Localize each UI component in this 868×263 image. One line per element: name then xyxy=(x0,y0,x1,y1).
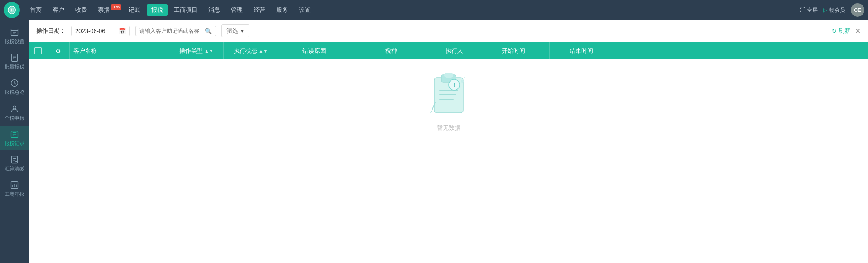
date-picker[interactable]: 📅 xyxy=(71,26,130,36)
sidebar: 报税设置 批量报税 报税总览 个税申报 报税记录 xyxy=(0,20,29,263)
personal-tax-icon xyxy=(10,104,19,114)
sidebar-label-annual-report: 工商年报 xyxy=(5,191,24,197)
batch-tax-icon xyxy=(10,53,19,63)
th-operation-type[interactable]: 操作类型 ▲▼ xyxy=(169,42,224,59)
main-layout: 报税设置 批量报税 报税总览 个税申报 报税记录 xyxy=(0,20,868,263)
sort-icon-status: ▲▼ xyxy=(259,49,268,54)
filter-button[interactable]: 筛选 ▼ xyxy=(221,24,249,37)
date-label: 操作日期： xyxy=(36,27,66,35)
svg-marker-26 xyxy=(430,112,433,113)
fullscreen-btn[interactable]: ⛶ 全屏 xyxy=(800,6,818,14)
table-body: ! 暂无数据 xyxy=(29,59,868,263)
header-checkbox[interactable] xyxy=(34,47,42,54)
nav-item-collection[interactable]: 收费 xyxy=(71,4,91,16)
sidebar-item-tax-record[interactable]: 报税记录 xyxy=(0,126,29,150)
tax-settings-icon xyxy=(10,27,19,37)
nav-items: 首页 客户 收费 票据 new 记账 报税 工商项目 消息 管理 经营 服务 设… xyxy=(25,4,800,16)
empty-text: 暂无数据 xyxy=(437,124,460,132)
avatar[interactable]: CE xyxy=(851,3,864,17)
logo[interactable] xyxy=(4,2,20,18)
nav-item-management[interactable]: 管理 xyxy=(226,4,247,16)
empty-illustration: ! xyxy=(426,68,471,118)
svg-point-27 xyxy=(461,80,464,83)
sidebar-label-batch-tax: 批量报税 xyxy=(5,64,24,70)
settlement-icon xyxy=(10,155,19,165)
search-icon[interactable]: 🔍 xyxy=(205,28,212,34)
top-navigation: 首页 客户 收费 票据 new 记账 报税 工商项目 消息 管理 经营 服务 设… xyxy=(0,0,868,20)
vip-icon: ▷ xyxy=(823,7,827,13)
table-header: ⚙ 客户名称 操作类型 ▲▼ 执行状态 ▲▼ 错误原因 税种 xyxy=(29,42,868,59)
tax-overview-icon xyxy=(10,78,19,88)
toolbar-right: ↻ 刷新 ✕ xyxy=(832,27,861,35)
sort-icon-operation: ▲▼ xyxy=(205,49,214,54)
sidebar-label-tax-record: 报税记录 xyxy=(5,141,24,146)
vip-btn[interactable]: ▷ 畅会员 xyxy=(823,6,845,14)
empty-state: ! 暂无数据 xyxy=(29,59,868,141)
refresh-icon: ↻ xyxy=(832,28,837,34)
th-executor: 执行人 xyxy=(432,42,477,59)
annual-report-icon xyxy=(10,180,19,190)
column-settings-icon[interactable]: ⚙ xyxy=(55,47,61,54)
nav-item-message[interactable]: 消息 xyxy=(204,4,225,16)
nav-item-settings[interactable]: 设置 xyxy=(294,4,315,16)
fullscreen-icon: ⛶ xyxy=(800,7,805,13)
sidebar-label-tax-overview: 报税总览 xyxy=(5,89,24,95)
th-end-time: 结束时间 xyxy=(550,42,613,59)
svg-rect-19 xyxy=(444,73,453,78)
nav-item-taxreport[interactable]: 报税 xyxy=(147,4,168,16)
sidebar-label-tax-settings: 报税设置 xyxy=(5,39,24,44)
nav-item-customer[interactable]: 客户 xyxy=(48,4,69,16)
sidebar-item-tax-settings[interactable]: 报税设置 xyxy=(0,24,29,48)
calendar-icon: 📅 xyxy=(119,28,126,34)
sidebar-item-batch-tax[interactable]: 批量报税 xyxy=(0,49,29,73)
nav-item-operation[interactable]: 经营 xyxy=(249,4,270,16)
sidebar-label-personal-tax: 个税申报 xyxy=(5,115,24,121)
th-tax-type: 税种 xyxy=(350,42,432,59)
th-exec-status[interactable]: 执行状态 ▲▼ xyxy=(224,42,278,59)
svg-point-28 xyxy=(464,77,465,78)
table-container: ⚙ 客户名称 操作类型 ▲▼ 执行状态 ▲▼ 错误原因 税种 xyxy=(29,42,868,263)
search-input[interactable] xyxy=(139,28,203,34)
sidebar-item-annual-report[interactable]: 工商年报 xyxy=(0,176,29,201)
toolbar: 操作日期： 📅 🔍 筛选 ▼ ↻ 刷新 ✕ xyxy=(29,20,868,42)
new-badge: new xyxy=(111,4,121,10)
th-error-reason: 错误原因 xyxy=(278,42,350,59)
search-box: 🔍 xyxy=(135,26,216,36)
nav-item-bizproject[interactable]: 工商项目 xyxy=(169,4,202,16)
sidebar-item-personal-tax[interactable]: 个税申报 xyxy=(0,100,29,125)
nav-item-bookkeeping[interactable]: 记账 xyxy=(124,4,145,16)
th-checkbox[interactable] xyxy=(29,42,47,59)
date-input[interactable] xyxy=(75,28,116,34)
close-button[interactable]: ✕ xyxy=(855,27,861,35)
content-area: 操作日期： 📅 🔍 筛选 ▼ ↻ 刷新 ✕ xyxy=(29,20,868,263)
svg-text:!: ! xyxy=(453,81,455,88)
sidebar-item-settlement[interactable]: 汇算清缴 xyxy=(0,151,29,175)
th-start-time: 开始时间 xyxy=(477,42,550,59)
chevron-down-icon: ▼ xyxy=(240,29,245,34)
filter-label: 筛选 xyxy=(226,27,238,35)
nav-item-home[interactable]: 首页 xyxy=(25,4,46,16)
sidebar-label-settlement: 汇算清缴 xyxy=(5,166,24,172)
sidebar-item-tax-overview[interactable]: 报税总览 xyxy=(0,74,29,99)
nav-item-service[interactable]: 服务 xyxy=(272,4,293,16)
svg-point-10 xyxy=(13,106,16,109)
refresh-button[interactable]: ↻ 刷新 xyxy=(832,27,850,35)
nav-item-invoice[interactable]: 票据 new xyxy=(93,4,122,16)
th-settings[interactable]: ⚙ xyxy=(47,42,70,59)
th-customer-name: 客户名称 xyxy=(70,42,169,59)
tax-record-icon xyxy=(10,129,19,139)
top-nav-right: ⛶ 全屏 ▷ 畅会员 CE xyxy=(800,3,864,17)
